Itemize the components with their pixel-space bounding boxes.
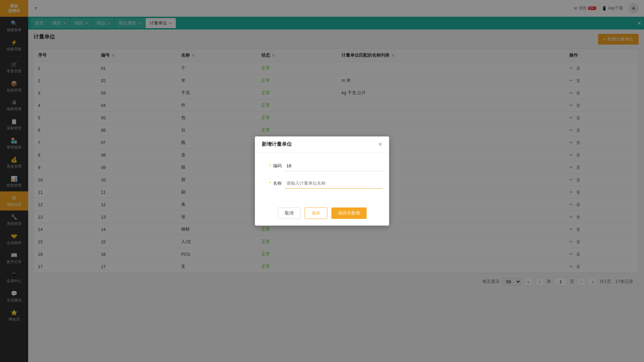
form-item-code: * 编码: [262, 161, 382, 171]
required-mark-name: *: [269, 181, 271, 186]
code-input[interactable]: [284, 161, 382, 171]
save-and-new-button[interactable]: 保存并新增: [331, 207, 367, 219]
modal-body: * 编码 * 名称: [255, 153, 389, 203]
form-item-name: * 名称: [262, 178, 382, 189]
required-mark: *: [269, 163, 271, 168]
form-code-label: * 编码: [262, 163, 282, 169]
modal-title: 新增计量单位: [262, 141, 292, 147]
form-name-label: * 名称: [262, 180, 282, 186]
name-input[interactable]: [284, 178, 382, 189]
add-unit-modal: 新增计量单位 ✕ * 编码 * 名称 取消 保存 保存并新增: [255, 136, 389, 226]
save-button[interactable]: 保存: [305, 207, 327, 219]
modal-close-button[interactable]: ✕: [378, 141, 382, 147]
modal-overlay: 新增计量单位 ✕ * 编码 * 名称 取消 保存 保存并新增: [0, 0, 644, 362]
modal-footer: 取消 保存 保存并新增: [255, 203, 389, 226]
cancel-button[interactable]: 取消: [278, 207, 301, 219]
modal-header: 新增计量单位 ✕: [255, 136, 389, 153]
